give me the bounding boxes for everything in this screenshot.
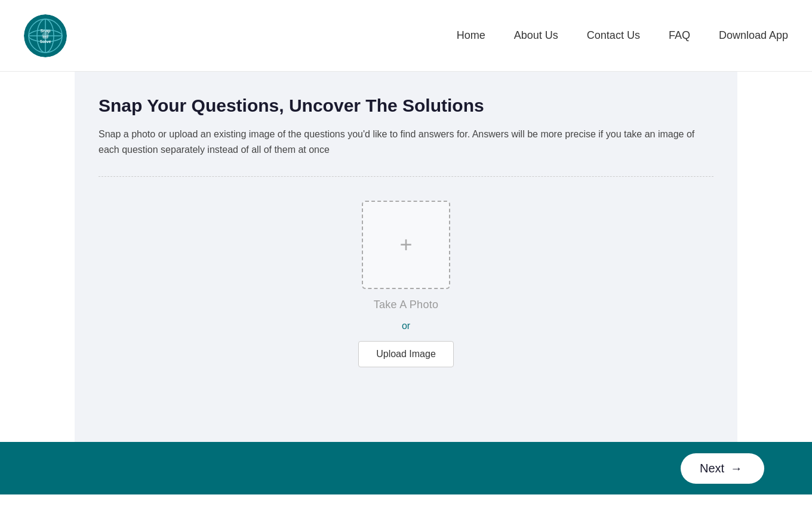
next-arrow-icon: → bbox=[730, 462, 742, 475]
upload-image-button[interactable]: Upload Image bbox=[358, 341, 454, 367]
next-button[interactable]: Next → bbox=[681, 453, 764, 484]
nav-download-app[interactable]: Download App bbox=[719, 29, 788, 42]
footer-bar: Next → bbox=[0, 442, 812, 494]
plus-icon: + bbox=[399, 234, 412, 256]
section-divider bbox=[99, 176, 713, 177]
nav: Home About Us Contact Us FAQ Download Ap… bbox=[457, 29, 788, 42]
svg-text:Snap: Snap bbox=[40, 29, 50, 33]
upload-section: + Take A Photo or Upload Image bbox=[99, 201, 713, 367]
page-title: Snap Your Questions, Uncover The Solutio… bbox=[99, 96, 713, 116]
nav-faq[interactable]: FAQ bbox=[669, 29, 690, 42]
or-label: or bbox=[402, 321, 410, 331]
nav-about-us[interactable]: About Us bbox=[514, 29, 558, 42]
page-subtitle: Snap a photo or upload an existing image… bbox=[99, 127, 713, 157]
logo-area: Snap and Solve bbox=[24, 14, 67, 57]
header: Snap and Solve Home About Us Contact Us … bbox=[0, 0, 812, 72]
main-content: Snap Your Questions, Uncover The Solutio… bbox=[75, 72, 737, 442]
svg-text:Solve: Solve bbox=[40, 39, 51, 44]
svg-text:and: and bbox=[43, 35, 48, 38]
photo-upload-box[interactable]: + bbox=[362, 201, 450, 289]
next-button-label: Next bbox=[700, 462, 724, 475]
take-photo-label: Take A Photo bbox=[374, 299, 439, 311]
nav-contact-us[interactable]: Contact Us bbox=[587, 29, 640, 42]
logo: Snap and Solve bbox=[24, 14, 67, 57]
nav-home[interactable]: Home bbox=[457, 29, 485, 42]
